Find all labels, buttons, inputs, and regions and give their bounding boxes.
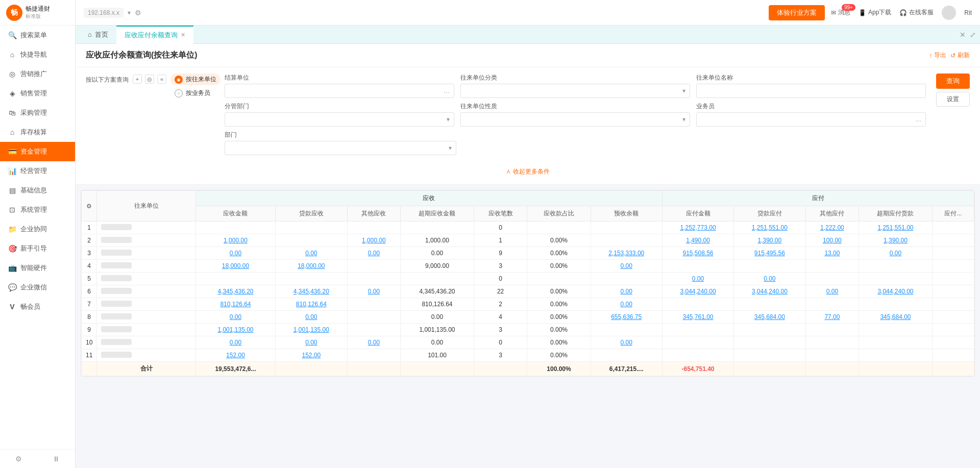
settings-button[interactable]: 设置 xyxy=(936,92,970,107)
row-ar-loan xyxy=(276,234,347,247)
sidebar-item-sales[interactable]: ◈ 销售管理 xyxy=(0,84,75,103)
filter-field-partner-category: 往来单位分类 ▾ xyxy=(460,73,690,98)
filter-fields: 结算单位 … 往来单位分类 ▾ xyxy=(225,73,926,159)
scheme-option-salesperson[interactable]: ○ 按业务员 xyxy=(170,87,220,99)
th-partner: 往来单位 xyxy=(97,191,195,221)
row-ap-amount xyxy=(662,260,733,273)
row-ap-overdue: 1,251,551.00 xyxy=(859,221,932,234)
table-row: 5 0 0.00 0.00 xyxy=(82,273,974,285)
row-ar-ratio: 0.00% xyxy=(527,324,591,336)
message-button[interactable]: ✉ 消息 99+ xyxy=(831,8,850,17)
sidebar-item-wechat[interactable]: 💬 企业微信 xyxy=(0,278,75,297)
dept-input[interactable]: ▾ xyxy=(225,141,456,155)
row-ar-overdue xyxy=(401,273,474,285)
row-index: 3 xyxy=(82,247,97,260)
settlement-input[interactable]: … xyxy=(225,84,454,98)
row-partner xyxy=(97,298,195,311)
scheme-back-icon[interactable]: « xyxy=(157,75,166,84)
header-dropdown-icon[interactable]: ▾ xyxy=(128,9,131,16)
sidebar-item-corp[interactable]: 📁 企业协同 xyxy=(0,219,75,239)
finance-icon: 💳 xyxy=(8,147,16,156)
sidebar-item-guide[interactable]: 🎯 新手引导 xyxy=(0,239,75,258)
total-ar-overdue xyxy=(401,362,474,376)
tab-close-icon[interactable]: ✕ xyxy=(181,32,185,38)
app-download-button[interactable]: 📱 App下载 xyxy=(859,8,891,17)
row-ap-overdue: 1,390.00 xyxy=(859,234,932,247)
salesperson-input[interactable]: … xyxy=(696,112,926,127)
row-ar-prepay xyxy=(591,349,662,362)
filter-field-dept: 部门 ▾ xyxy=(225,131,456,155)
scheme-option-partner[interactable]: ◉ 按往来单位 xyxy=(170,73,220,85)
sidebar: 畅 畅捷通财 标准版 🔍 搜索菜单 ⌂ 快捷导航 ◎ 营销推广 ◈ 销售管理 🛍… xyxy=(0,0,76,468)
refresh-button[interactable]: ↺ 刷新 xyxy=(950,51,970,60)
tab-query[interactable]: 应收应付余额查询 ✕ xyxy=(116,26,193,44)
export-label: 导出 xyxy=(934,51,946,60)
row-ar-amount: 1,000.00 xyxy=(195,234,275,247)
partner-name-input[interactable] xyxy=(696,84,926,98)
row-ar-amount: 0.00 xyxy=(195,247,275,260)
row-ap-loan: 1,251,551.00 xyxy=(734,221,805,234)
scheme-edit-icon[interactable]: ◎ xyxy=(145,75,154,84)
collapse-button[interactable]: ∧ 收起更多条件 xyxy=(86,165,970,178)
row-ar-prepay: 0.00 xyxy=(591,298,662,311)
partner-nature-input[interactable]: ▾ xyxy=(460,112,690,127)
sidebar-item-marketing[interactable]: ◎ 营销推广 xyxy=(0,64,75,84)
row-ap-remaining xyxy=(932,234,974,247)
sidebar-item-vip[interactable]: V 畅会员 xyxy=(0,297,75,316)
partner-name xyxy=(101,237,132,243)
header-gear-icon[interactable]: ⚙ xyxy=(135,9,141,17)
row-ar-other: 0.00 xyxy=(347,336,401,349)
row-ap-overdue xyxy=(859,349,932,362)
export-button[interactable]: ↑ 导出 xyxy=(929,51,946,60)
table-settings-icon[interactable]: ⚙ xyxy=(86,203,92,210)
table-row: 9 1,001,135.00 1,001,135.00 1,001,135.00… xyxy=(82,324,974,336)
refresh-label: 刷新 xyxy=(958,51,970,60)
partner-name xyxy=(101,313,132,319)
dept-label: 部门 xyxy=(225,131,456,139)
row-ar-other xyxy=(347,260,401,273)
sidebar-item-quick-nav[interactable]: ⌂ 快捷导航 xyxy=(0,45,75,64)
row-ar-prepay xyxy=(591,273,662,285)
row-ar-other: 1,000.00 xyxy=(347,234,401,247)
sidebar-item-basic[interactable]: ▤ 基础信息 xyxy=(0,181,75,200)
row-ap-loan xyxy=(734,324,805,336)
row-ar-prepay xyxy=(591,324,662,336)
sidebar-item-search-menu[interactable]: 🔍 搜索菜单 xyxy=(0,26,75,45)
scheme-add-icon[interactable]: + xyxy=(133,75,142,84)
row-index: 10 xyxy=(82,336,97,349)
trial-button[interactable]: 体验行业方案 xyxy=(769,5,825,20)
corp-icon: 📁 xyxy=(8,225,16,233)
tab-maximize-icon[interactable]: ⤢ xyxy=(970,31,976,39)
sidebar-item-ops[interactable]: 📊 经营管理 xyxy=(0,161,75,181)
sidebar-item-system[interactable]: ⊡ 系统管理 xyxy=(0,200,75,219)
row-ap-other: 77.00 xyxy=(805,311,859,324)
row-ap-other: 1,222.00 xyxy=(805,221,859,234)
scheme-inactive-icon: ○ xyxy=(175,89,183,97)
dept-arrow: ▾ xyxy=(449,144,452,152)
tab-close-window-icon[interactable]: ✕ xyxy=(960,31,966,39)
filter-field-partner-name: 往来单位名称 xyxy=(696,73,926,98)
sidebar-item-hardware[interactable]: 📺 智能硬件 xyxy=(0,258,75,278)
tab-bar: ⌂ 首页 应收应付余额查询 ✕ ✕ ⤢ xyxy=(76,26,980,44)
tab-home[interactable]: ⌂ 首页 xyxy=(80,26,116,44)
query-button[interactable]: 查询 xyxy=(936,73,970,89)
sidebar-item-purchase[interactable]: 🛍 采购管理 xyxy=(0,103,75,122)
sidebar-item-finance[interactable]: 💳 资金管理 xyxy=(0,142,75,161)
sidebar-item-inventory[interactable]: ⌂ 库存核算 xyxy=(0,122,75,142)
row-ap-loan: 1,390.00 xyxy=(734,234,805,247)
sidebar-collapse-btn[interactable]: ⏸ xyxy=(53,455,60,463)
user-avatar[interactable] xyxy=(942,6,956,20)
row-ar-prepay: 0.00 xyxy=(591,336,662,349)
filter-row-2: 分管部门 ▾ 往来单位性质 ▾ xyxy=(225,102,926,127)
partner-category-input[interactable]: ▾ xyxy=(460,84,690,98)
sidebar-settings-btn[interactable]: ⚙ xyxy=(15,455,22,463)
row-ap-other xyxy=(805,273,859,285)
partner-name xyxy=(101,262,132,268)
row-partner xyxy=(97,273,195,285)
row-partner xyxy=(97,311,195,324)
dept-manager-input[interactable]: ▾ xyxy=(225,112,454,127)
username-label[interactable]: Rit xyxy=(964,9,972,16)
app-label: App下载 xyxy=(868,8,891,17)
online-service-button[interactable]: 🎧 在线客服 xyxy=(899,8,934,17)
sidebar-label-guide: 新手引导 xyxy=(20,244,47,253)
